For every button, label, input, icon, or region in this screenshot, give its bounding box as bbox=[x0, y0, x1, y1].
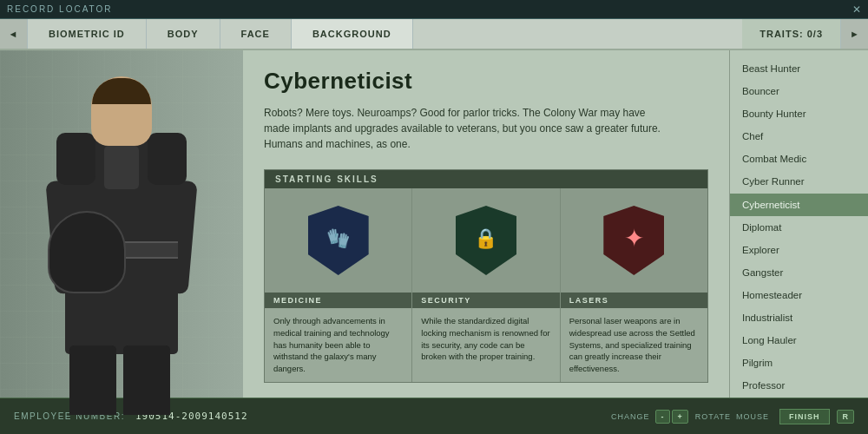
bottom-buttons: CHANGE - + ROTATE MOUSE FINISH R bbox=[611, 409, 854, 424]
character-helmet bbox=[48, 211, 126, 293]
character-body bbox=[43, 76, 200, 415]
character-head bbox=[91, 76, 152, 146]
background-title: Cyberneticist bbox=[264, 68, 708, 95]
skill-card-lasers: ✦ LASERS Personal laser weapons are in w… bbox=[561, 188, 707, 382]
skill-card-medicine: 🧤 MEDICINE Only through advancements in … bbox=[265, 188, 412, 382]
finish-button[interactable]: FINISH bbox=[779, 409, 830, 424]
next-icon: ► bbox=[850, 29, 859, 39]
background-description: Robots? Mere toys. Neuroamps? Good for p… bbox=[264, 105, 663, 152]
key-minus[interactable]: - bbox=[655, 410, 670, 424]
character-hair bbox=[92, 78, 151, 104]
leg-left bbox=[69, 345, 116, 415]
medicine-name: MEDICINE bbox=[265, 293, 411, 308]
lasers-badge: ✦ bbox=[603, 206, 664, 275]
sidebar-item-beast-hunter[interactable]: Beast Hunter bbox=[730, 57, 868, 80]
medicine-badge: 🧤 bbox=[308, 206, 369, 275]
sidebar-item-combat-medic[interactable]: Combat Medic bbox=[730, 148, 868, 170]
key-r[interactable]: R bbox=[837, 410, 855, 424]
sidebar-item-gangster[interactable]: Gangster bbox=[730, 261, 868, 284]
info-panel: Cyberneticist Robots? Mere toys. Neuroam… bbox=[243, 50, 729, 415]
sidebar-item-pilgrim[interactable]: Pilgrim bbox=[730, 352, 868, 374]
change-group: CHANGE - + bbox=[611, 410, 688, 424]
key-plus[interactable]: + bbox=[672, 410, 688, 424]
change-label: CHANGE bbox=[611, 412, 650, 421]
tab-face[interactable]: FACE bbox=[220, 19, 292, 49]
shoulder-left bbox=[56, 133, 95, 185]
security-icon: 🔒 bbox=[451, 201, 521, 279]
medicine-icon-area: 🧤 bbox=[265, 188, 411, 293]
nav-prev-button[interactable]: ◄ bbox=[0, 19, 28, 49]
sidebar-item-cyberneticist[interactable]: Cyberneticist bbox=[730, 194, 868, 216]
tab-body[interactable]: BODY bbox=[147, 19, 220, 49]
lasers-description: Personal laser weapons are in widespread… bbox=[561, 308, 707, 382]
sidebar-item-explorer[interactable]: Explorer bbox=[730, 239, 868, 261]
skills-grid: 🧤 MEDICINE Only through advancements in … bbox=[265, 188, 707, 382]
security-description: While the standardized digital locking m… bbox=[412, 308, 559, 382]
character-image bbox=[9, 68, 234, 415]
skill-card-security: 🔒 SECURITY While the standardized digita… bbox=[412, 188, 560, 382]
nav-tabs: ◄ BIOMETRIC ID BODY FACE BACKGROUND TRAI… bbox=[0, 19, 868, 50]
rotate-label: ROTATE bbox=[695, 412, 731, 421]
tab-traits[interactable]: TRAITS: 0/3 bbox=[742, 19, 840, 49]
skills-header: STARTING SKILLS bbox=[265, 170, 707, 188]
security-badge: 🔒 bbox=[456, 206, 516, 275]
skills-section: STARTING SKILLS 🧤 MEDICINE Only through … bbox=[264, 169, 708, 383]
lasers-icon-area: ✦ bbox=[561, 188, 707, 293]
prev-icon: ◄ bbox=[9, 29, 19, 39]
security-icon-area: 🔒 bbox=[412, 188, 559, 293]
sidebar-item-bounty-hunter[interactable]: Bounty Hunter bbox=[730, 102, 868, 125]
record-locator-title: RECORD LOCATOR bbox=[7, 4, 113, 14]
sidebar-item-cyber-runner[interactable]: Cyber Runner bbox=[730, 170, 868, 193]
sidebar-item-chef[interactable]: Chef bbox=[730, 125, 868, 148]
main-content: Cyberneticist Robots? Mere toys. Neuroam… bbox=[0, 50, 868, 415]
suit-detail bbox=[104, 146, 139, 189]
sidebar-item-long-hauler[interactable]: Long Hauler bbox=[730, 329, 868, 352]
medicine-description: Only through advancements in medical tra… bbox=[265, 308, 411, 382]
sidebar-item-professor[interactable]: Professor bbox=[730, 374, 868, 397]
nav-next-button[interactable]: ► bbox=[840, 19, 868, 49]
tab-biometric[interactable]: BIOMETRIC ID bbox=[28, 19, 147, 49]
sidebar-item-bouncer[interactable]: Bouncer bbox=[730, 80, 868, 102]
sidebar-item-industrialist[interactable]: Industrialist bbox=[730, 306, 868, 329]
tab-background[interactable]: BACKGROUND bbox=[292, 19, 413, 49]
leg-right bbox=[123, 345, 170, 415]
lasers-icon: ✦ bbox=[599, 201, 668, 279]
character-panel bbox=[0, 50, 243, 415]
top-bar: RECORD LOCATOR ✕ bbox=[0, 0, 868, 19]
medicine-icon: 🧤 bbox=[304, 201, 373, 279]
lasers-name: LASERS bbox=[561, 293, 707, 308]
character-legs bbox=[69, 345, 174, 415]
sidebar-item-homesteader[interactable]: Homesteader bbox=[730, 284, 868, 306]
rotate-group: ROTATE MOUSE bbox=[695, 412, 773, 421]
background-list: Beast HunterBouncerBounty HunterChefComb… bbox=[729, 50, 868, 415]
security-name: SECURITY bbox=[412, 293, 559, 308]
close-icon[interactable]: ✕ bbox=[852, 3, 861, 16]
mouse-label: MOUSE bbox=[736, 412, 769, 421]
shoulder-right bbox=[148, 133, 187, 185]
sidebar-item-diplomat[interactable]: Diplomat bbox=[730, 216, 868, 239]
